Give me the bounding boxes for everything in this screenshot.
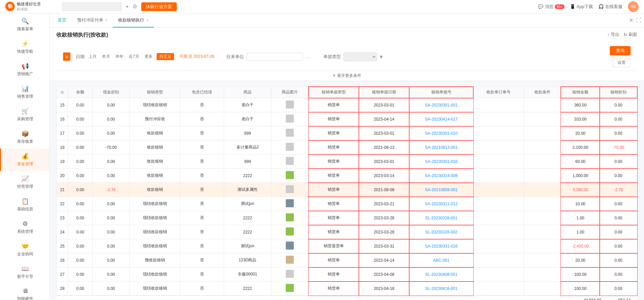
cell-doc-date: 2023-04-18: [359, 282, 409, 296]
filter-collapse-btn[interactable]: »: [63, 52, 70, 61]
cell-type: 现结收款核销: [130, 197, 180, 211]
cell-type: 现结收款核销: [130, 282, 180, 296]
doc-type-select[interactable]: [343, 52, 377, 61]
date-range-display: 不限 至 2023-07-26: [179, 54, 214, 59]
cell-img: [271, 126, 309, 140]
maximize-icon[interactable]: ⛶: [636, 17, 641, 24]
cell-doc-no[interactable]: SL-20230418-001: [409, 282, 473, 296]
this-month-btn[interactable]: 本月: [101, 53, 111, 60]
cell-discount: 0.00: [92, 239, 129, 253]
sidebar-item-basic-info[interactable]: 📋 基础信息: [0, 194, 49, 216]
cell-goods: 多计量商品2: [224, 140, 271, 155]
cell-no: 28: [57, 282, 68, 296]
sidebar-item-guide[interactable]: 📖 新手引导: [0, 261, 49, 284]
data-table: ⚙ 余额 现金折扣 核销类型 包含已结清 商品 商品图片 核销单据类型 核销单据…: [56, 86, 637, 296]
cell-no: 22: [57, 197, 68, 211]
cell-order-no: [473, 267, 524, 282]
message-group[interactable]: 💬 消息 99+: [538, 4, 565, 10]
cell-doc-no[interactable]: SA-20210813-001: [409, 140, 473, 155]
sidebar-item-purchase[interactable]: 🛒 采购管理: [0, 103, 49, 126]
cell-doc-no[interactable]: SL-20230328-002: [409, 225, 473, 239]
cell-balance: 0.00: [68, 183, 93, 197]
cell-no: 21: [57, 183, 68, 197]
search-icon: 🔍: [21, 17, 29, 25]
cell-doc-no[interactable]: SA-20230301-010: [409, 126, 473, 140]
cell-discount: 0.00: [92, 98, 129, 112]
online-service-group[interactable]: 🎧 在线客服: [598, 4, 623, 10]
app-download-group[interactable]: 📱 App下载: [570, 4, 593, 10]
cell-order-no: [473, 126, 524, 140]
cell-balance: 0.00: [68, 197, 93, 211]
cell-doc-type: 销货单: [309, 282, 359, 296]
refresh-button[interactable]: ↻ 刷新: [624, 32, 637, 38]
cell-doc-no[interactable]: SA-20230331-026: [409, 239, 473, 253]
table-row: 26 0.00 0.00 预收款核销 否 123D商品 销货单 2022-04-…: [57, 253, 637, 267]
tab-writeoff-close[interactable]: ×: [146, 18, 148, 22]
hardware-icon: 🖥: [22, 288, 28, 295]
logo-text: 畅捷通好生意 标准版: [17, 2, 41, 12]
sidebar-item-search[interactable]: 🔍 搜索菜单: [0, 13, 49, 36]
dropdown-icon[interactable]: ▾: [126, 4, 128, 9]
sidebar-item-operations[interactable]: 📈 经营管理: [0, 171, 49, 194]
cell-included: 否: [180, 225, 224, 239]
workspace-selector[interactable]: [62, 2, 122, 11]
cell-doc-no[interactable]: SA-20230314-008: [409, 169, 473, 183]
query-button[interactable]: 查询: [610, 46, 631, 55]
last-month-btn[interactable]: 上月: [87, 53, 98, 60]
more-btn[interactable]: 更多: [143, 53, 154, 60]
tab-home[interactable]: 首页: [52, 13, 72, 28]
cell-discount: 0.00: [92, 169, 129, 183]
sidebar-item-finance[interactable]: 💰 资金管理: [0, 148, 49, 171]
industry-solution-button[interactable]: 休验行业方案: [141, 2, 177, 11]
tab-prepay-close[interactable]: ×: [105, 18, 107, 22]
expand-more-bar[interactable]: ∨ 展开更多条件: [56, 71, 637, 81]
this-year-btn[interactable]: 本年: [114, 53, 125, 60]
cell-condition: [524, 183, 561, 197]
cell-img: [271, 267, 309, 282]
cell-doc-no[interactable]: SA-20230321-012: [409, 197, 473, 211]
th-goods: 商品: [224, 87, 271, 98]
operations-icon: 📈: [21, 175, 29, 182]
sidebar-item-sales[interactable]: 📊 销售管理: [0, 81, 49, 103]
cell-doc-no[interactable]: ABC-001: [409, 253, 473, 267]
setting-button[interactable]: 设置: [612, 58, 631, 67]
custom-date-btn[interactable]: 自定义: [157, 53, 174, 60]
app-icon: 📱: [570, 4, 575, 9]
column-settings-icon[interactable]: ⚙: [60, 90, 64, 95]
export-button[interactable]: ↑ 导出: [607, 32, 620, 38]
last7-btn[interactable]: 近7天: [127, 53, 141, 60]
sidebar-item-collab[interactable]: 🤝 企业协同: [0, 239, 49, 261]
settings-icon[interactable]: ⚙: [132, 3, 137, 10]
system-icon: ⚙: [22, 220, 28, 227]
cell-doc-no[interactable]: SA-20230414-017: [409, 112, 473, 126]
cell-type: 预收款核销: [130, 253, 180, 267]
cell-doc-no[interactable]: SL-20230328-001: [409, 211, 473, 225]
cell-doc-type: 销货单: [309, 225, 359, 239]
tab-prepay[interactable]: 预付冲应付单 ×: [72, 13, 113, 28]
cell-doc-no[interactable]: SL-20230408-001: [409, 267, 473, 282]
cell-write-off-discount: 0.00: [600, 98, 637, 112]
cell-doc-date: 2023-03-14: [359, 169, 409, 183]
user-avatar[interactable]: Rit: [628, 1, 639, 12]
cell-write-off-discount: 0.00: [600, 155, 637, 169]
cell-type: 收款核销: [130, 140, 180, 155]
cell-doc-type: 销货单: [309, 253, 359, 267]
sidebar-item-marketing[interactable]: 📢 营销推广: [0, 58, 49, 81]
cell-condition: [524, 253, 561, 267]
close-window-icon[interactable]: ✕: [629, 17, 633, 24]
cell-doc-no[interactable]: SA-20230301-001: [409, 98, 473, 112]
cell-amount: 60.00: [561, 155, 600, 169]
sidebar-item-system[interactable]: ⚙ 系统管理: [0, 216, 49, 239]
tab-writeoff[interactable]: 收款核销执行 ×: [113, 13, 154, 28]
cell-no: 19: [57, 155, 68, 169]
cell-doc-no[interactable]: SA-20230301-010: [409, 155, 473, 169]
cell-included: 否: [180, 155, 224, 169]
tab-bar-right: ✕ ⛶: [629, 17, 641, 24]
sidebar-item-nav[interactable]: ⚡ 快捷导航: [0, 36, 49, 58]
cell-doc-date: 2023-04-08: [359, 267, 409, 282]
partner-input[interactable]: [247, 53, 303, 61]
sidebar-item-inventory[interactable]: 📦 库存核算: [0, 126, 49, 148]
th-settings[interactable]: ⚙: [57, 87, 68, 98]
sidebar-item-hardware[interactable]: 🖥 智能硬件: [0, 284, 49, 300]
cell-doc-no[interactable]: SA-20210808-001: [409, 183, 473, 197]
